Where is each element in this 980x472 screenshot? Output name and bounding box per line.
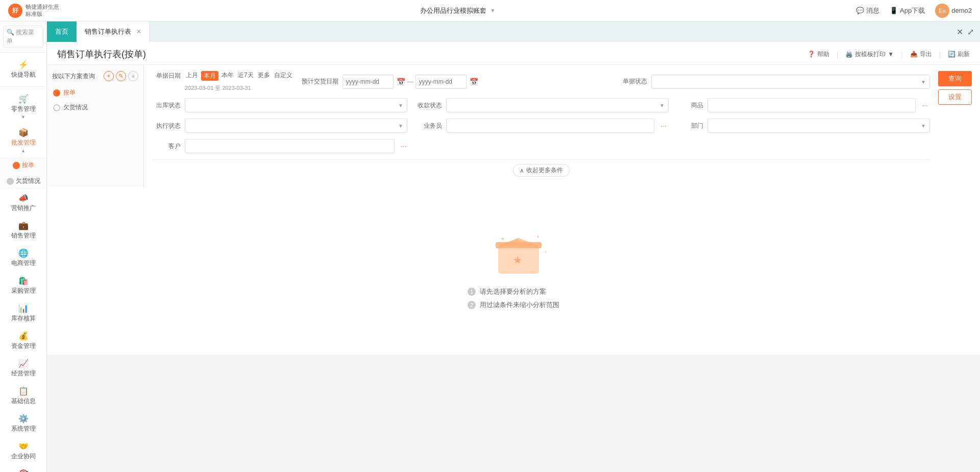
collapse-icon: ∧	[520, 167, 524, 174]
goods-ellipsis-btn[interactable]: ···	[920, 101, 930, 109]
expected-date-label: 预计交货日期	[302, 77, 338, 86]
query-area: 按以下方案查询 + ✎ « 按单	[47, 65, 980, 187]
main-container: 🔍 搜索菜单 ⚡ 快捷导航 🛒 零售管理 ▼ 📦 批发管理 ▲	[0, 21, 980, 472]
field-salesman: 业务员 ···	[413, 119, 669, 133]
calendar-to-icon[interactable]: 📅	[470, 78, 478, 86]
sidebar-item-newbie[interactable]: 🎯 新手引导	[0, 465, 46, 472]
sidebar-subitem-debt[interactable]: 欠货情况	[0, 173, 46, 189]
app-title: 办公用品行业模拟账套	[420, 6, 486, 15]
sidebar-nav: 🛒 零售管理 ▼ 📦 批发管理 ▲ 按单 欠货情况 📣	[0, 87, 46, 472]
wholesale-icon: 📦	[18, 128, 29, 137]
receive-status-label: 收款状态	[413, 101, 442, 110]
refresh-btn[interactable]: 🔄 刷新	[948, 50, 970, 59]
salesman-input[interactable]	[446, 119, 654, 133]
sidebar-item-ecommerce[interactable]: 🌐 电商管理	[0, 244, 46, 272]
sidebar-item-sales[interactable]: 💼 销售管理	[0, 217, 46, 244]
field-expected-date: 预计交货日期 📅 — 📅	[302, 75, 613, 89]
help-btn[interactable]: ❓ 帮助	[807, 50, 829, 59]
app-title-dropdown-icon[interactable]: ▼	[491, 8, 496, 13]
app-download-btn[interactable]: 📱 App下载	[890, 6, 925, 15]
sidebar-item-basic[interactable]: 📋 基础信息	[0, 382, 46, 410]
date-tab-more[interactable]: 更多	[257, 71, 271, 81]
empty-text: 1 请先选择要分析的方案 2 用过滤条件来缩小分析范围	[468, 287, 559, 314]
user-area[interactable]: Ea demo2	[935, 4, 972, 18]
message-btn[interactable]: 💬 消息	[856, 6, 879, 15]
tab-maximize-btn[interactable]: ⤢	[967, 27, 974, 37]
sidebar-item-marketing[interactable]: 📣 营销推广	[0, 189, 46, 217]
expected-date-from[interactable]	[342, 75, 394, 89]
empty-state: ★ ✦ ✦ ✦ 1 请先选择要分析的方案 2	[47, 187, 980, 355]
scheme-active-icon	[53, 89, 60, 97]
sidebar-item-business[interactable]: 📈 经营管理	[0, 355, 46, 382]
content-area: 首页 销售订单执行表 ✕ ✕ ⤢ 销售订单执行表(按单) ❓	[47, 21, 980, 472]
sidebar-item-retail[interactable]: 🛒 零售管理 ▼	[0, 90, 46, 124]
scheme-label: 按以下方案查询	[52, 72, 95, 81]
step-2-num: 2	[468, 301, 476, 309]
print-btn[interactable]: 🖨️ 按模板打印 ▼	[845, 50, 894, 59]
scheme-item-by-order[interactable]: 按单	[47, 85, 143, 100]
sidebar: 🔍 搜索菜单 ⚡ 快捷导航 🛒 零售管理 ▼ 📦 批发管理 ▲	[0, 21, 47, 472]
scheme-add-btn[interactable]: +	[104, 71, 114, 81]
goods-input[interactable]	[707, 98, 916, 112]
export-btn[interactable]: 📤 导出	[910, 50, 932, 59]
tab-sales-exec[interactable]: 销售订单执行表 ✕	[77, 21, 150, 42]
date-tab-custom[interactable]: 自定义	[273, 71, 293, 81]
set-btn[interactable]: 设置	[938, 89, 972, 105]
download-icon: 📱	[890, 7, 898, 14]
customer-input[interactable]	[185, 139, 395, 153]
field-receive-status: 收款状态 ▼	[413, 98, 669, 112]
calendar-from-icon[interactable]: 📅	[397, 78, 405, 86]
field-doc-date: 单据日期 上月 本月 本年 近7天 更多 自定义	[152, 71, 296, 92]
action-divider-2: |	[901, 51, 902, 58]
sidebar-item-system[interactable]: ⚙️ 系统管理	[0, 410, 46, 437]
sidebar-item-purchase[interactable]: 🛍️ 采购管理	[0, 272, 46, 299]
dept-select[interactable]	[707, 119, 930, 133]
enterprise-icon: 🤝	[18, 441, 29, 451]
tab-close-all-btn[interactable]: ✕	[957, 27, 963, 37]
app-title-area: 办公用品行业模拟账套 ▼	[420, 6, 496, 15]
goods-label: 商品	[675, 101, 703, 110]
salesman-ellipsis-btn[interactable]: ···	[658, 122, 669, 130]
scheme-item-debt[interactable]: 欠货情况	[47, 100, 143, 115]
sidebar-item-inventory[interactable]: 📊 库存核算	[0, 299, 46, 327]
system-icon: ⚙️	[18, 414, 29, 423]
sidebar-item-finance[interactable]: 💰 资金管理	[0, 327, 46, 355]
sidebar-item-quick-nav[interactable]: ⚡ 快捷导航	[0, 56, 46, 83]
date-tab-last-7[interactable]: 近7天	[237, 71, 255, 81]
scheme-header: 按以下方案查询 + ✎ «	[47, 69, 143, 85]
date-range-separator: —	[407, 78, 413, 85]
logo-area[interactable]: 好 畅捷通好生意 标准版	[8, 4, 59, 18]
query-btn[interactable]: 查询	[938, 71, 972, 86]
finance-icon: 💰	[18, 331, 29, 341]
field-out-status: 出库状态 ▼	[152, 98, 407, 112]
expected-date-to[interactable]	[415, 75, 467, 89]
doc-status-label: 单据状态	[619, 77, 647, 86]
scheme-edit-btn[interactable]: ✎	[116, 71, 126, 81]
sidebar-item-wholesale[interactable]: 📦 批发管理 ▲	[0, 124, 46, 157]
sidebar-subitem-orders[interactable]: 按单	[0, 157, 46, 173]
tab-close-icon[interactable]: ✕	[136, 28, 141, 35]
date-tab-last-month[interactable]: 上月	[185, 71, 199, 81]
date-tab-this-year[interactable]: 本年	[220, 71, 235, 81]
customer-label: 客户	[152, 142, 181, 151]
exec-status-select[interactable]	[185, 119, 407, 133]
export-icon: 📤	[910, 51, 918, 58]
sidebar-item-enterprise[interactable]: 🤝 企业协同	[0, 437, 46, 465]
page-title: 销售订单执行表(按单)	[57, 48, 146, 60]
doc-status-select[interactable]	[651, 75, 930, 89]
receive-status-select[interactable]	[446, 98, 669, 112]
salesman-label: 业务员	[413, 122, 442, 130]
out-status-select[interactable]	[185, 98, 407, 112]
action-divider-1: |	[837, 51, 838, 58]
date-tab-this-month[interactable]: 本月	[201, 71, 218, 81]
date-tabs: 上月 本月 本年 近7天 更多 自定义	[185, 71, 293, 81]
tab-home[interactable]: 首页	[47, 21, 77, 42]
customer-ellipsis-btn[interactable]: ···	[399, 142, 409, 150]
svg-text:✦: ✦	[536, 234, 540, 239]
filter-row-1: 单据日期 上月 本月 本年 近7天 更多 自定义	[152, 71, 930, 92]
scheme-collapse-btn[interactable]: «	[128, 71, 138, 81]
home-tab-label: 首页	[55, 27, 68, 36]
search-menu-btn[interactable]: 🔍 搜索菜单	[3, 26, 43, 48]
empty-step-2: 2 用过滤条件来缩小分析范围	[468, 300, 559, 310]
collapse-btn[interactable]: ∧ 收起更多条件	[513, 164, 570, 177]
